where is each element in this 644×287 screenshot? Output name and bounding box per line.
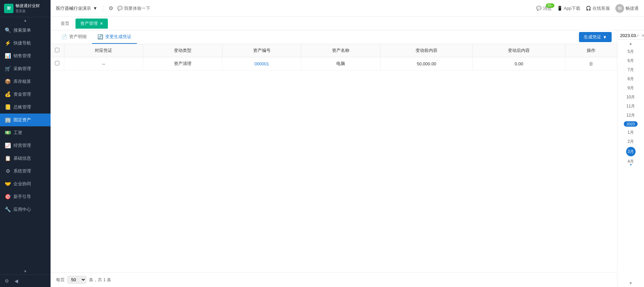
date-month-item[interactable]: 10月 — [617, 93, 644, 102]
sidebar: 财 畅捷通好业财 普及版 ▲ 🔍搜索菜单⚡快捷导航📊销售管理🛒采购管理📦库存核算… — [0, 0, 51, 287]
enterprise-icon: 🤝 — [5, 181, 11, 187]
td-before-change: 50,000.00 — [380, 57, 473, 70]
sidebar-item-label-ledger: 总账管理 — [13, 104, 31, 110]
topbar-settings-icon[interactable]: ⚙ — [109, 5, 113, 11]
sidebar-item-business[interactable]: 📈经营管理 — [0, 139, 51, 152]
sidebar-item-app-center[interactable]: 🔧应用中心 — [0, 203, 51, 216]
main-content: 医疗器械行业演示 ▼ ⚙ 💬 我要体验一下 💬 消息 99+ 📱 App下载 🎧… — [51, 0, 644, 287]
purchase-icon: 🛒 — [5, 66, 11, 72]
basic-info-icon: 📋 — [5, 155, 11, 161]
company-selector[interactable]: 医疗器械行业演示 ▼ — [56, 5, 97, 11]
subtab-asset-detail[interactable]: 📄 资产明细 — [56, 30, 92, 44]
date-scroll: 5月6月7月8月9月10月11月12月20231月2月3月4月 — [617, 47, 644, 280]
sidebar-item-enterprise[interactable]: 🤝企业协同 — [0, 178, 51, 190]
sidebar-item-label-payroll: 工资 — [13, 130, 22, 136]
td-checkbox — [51, 57, 64, 70]
content-panel: 📄 资产明细 🔄 变更生成凭证 生成凭证 ▼ — [51, 30, 617, 287]
td-asset-code: 000001 — [222, 57, 301, 70]
date-month-item[interactable]: 2月 — [617, 137, 644, 146]
guide-icon: 🎯 — [5, 194, 11, 200]
subtab-change-voucher[interactable]: 🔄 变更生成凭证 — [92, 30, 137, 44]
tab-home-label: 首页 — [61, 21, 69, 26]
th-asset-name: 资产名称 — [301, 44, 380, 57]
date-month-item[interactable]: 9月 — [617, 84, 644, 93]
table-header-row: 对应凭证 变动类型 资产编号 资产名称 变动前内容 变动后内容 操作 — [51, 44, 617, 57]
generate-voucher-label: 生成凭证 — [584, 34, 601, 40]
search-icon: 🔍 — [5, 27, 11, 33]
td-asset-name: 电脑 — [301, 57, 380, 70]
sidebar-item-sales[interactable]: 📊销售管理 — [0, 50, 51, 62]
sidebar-item-label-enterprise: 企业协同 — [13, 181, 31, 187]
sidebar-item-purchase[interactable]: 🛒采购管理 — [0, 62, 51, 75]
date-month-item[interactable]: 4月 — [617, 157, 644, 166]
date-month-item[interactable]: 1月 — [617, 128, 644, 137]
select-all-checkbox[interactable] — [55, 48, 59, 52]
quick-nav-icon: ⚡ — [5, 40, 11, 46]
sidebar-item-label-funds: 资金管理 — [13, 91, 31, 97]
sidebar-item-label-app-center: 应用中心 — [13, 206, 31, 213]
sidebar-scroll-down[interactable]: ▼ — [0, 268, 51, 275]
date-month-item[interactable]: 8月 — [617, 74, 644, 84]
user-menu[interactable]: 畅 畅捷通 — [615, 4, 639, 13]
sidebar-item-label-system: 系统管理 — [13, 168, 31, 174]
dropdown-icon: ▼ — [93, 6, 97, 11]
logo-sub: 普及版 — [16, 9, 40, 13]
generate-voucher-button[interactable]: 生成凭证 ▼ — [579, 32, 612, 42]
date-month-item[interactable]: 7月 — [617, 65, 644, 74]
sidebar-item-ledger[interactable]: 📒总账管理 — [0, 101, 51, 114]
subtab-asset-detail-icon: 📄 — [61, 34, 67, 39]
customer-service-button[interactable]: 🎧 在线客服 — [586, 5, 610, 11]
collapse-icon[interactable]: ◀ — [14, 278, 18, 284]
data-table: 对应凭证 变动类型 资产编号 资产名称 变动前内容 变动后内容 操作 -- 资产… — [51, 44, 617, 70]
date-month-item[interactable]: 5月 — [617, 47, 644, 56]
date-panel-expand-icon[interactable]: ⤢ — [636, 33, 639, 38]
sidebar-item-basic-info[interactable]: 📋基础信息 — [0, 152, 51, 165]
sidebar-item-inventory[interactable]: 📦库存核算 — [0, 75, 51, 88]
tab-asset-management[interactable]: 资产管理 ✕ — [75, 19, 108, 29]
app-center-icon: 🔧 — [5, 206, 11, 213]
topbar: 医疗器械行业演示 ▼ ⚙ 💬 我要体验一下 💬 消息 99+ 📱 App下载 🎧… — [51, 0, 644, 17]
message-button[interactable]: 💬 消息 99+ — [536, 5, 552, 11]
date-month-item[interactable]: 3月 — [626, 147, 636, 156]
table-container: 对应凭证 变动类型 资产编号 资产名称 变动前内容 变动后内容 操作 -- 资产… — [51, 44, 617, 272]
sidebar-item-funds[interactable]: 💰资金管理 — [0, 88, 51, 101]
sidebar-scroll: 🔍搜索菜单⚡快捷导航📊销售管理🛒采购管理📦库存核算💰资金管理📒总账管理🏢固定资产… — [0, 24, 51, 268]
topbar-feedback[interactable]: 💬 我要体验一下 — [117, 5, 150, 11]
tab-home[interactable]: 首页 — [56, 19, 74, 29]
sidebar-item-search[interactable]: 🔍搜索菜单 — [0, 24, 51, 37]
subtab-bar: 📄 资产明细 🔄 变更生成凭证 生成凭证 ▼ — [51, 30, 617, 44]
settings-icon[interactable]: ⚙ — [5, 278, 9, 284]
date-nav-up[interactable]: ▲ — [617, 40, 644, 47]
page-size-label: 每页 — [56, 277, 65, 283]
sidebar-item-quick-nav[interactable]: ⚡快捷导航 — [0, 37, 51, 50]
content-area: 📄 资产明细 🔄 变更生成凭证 生成凭证 ▼ — [51, 30, 644, 287]
tab-close-icon[interactable]: ✕ — [100, 21, 103, 26]
page-size-select[interactable]: 50 10 20 100 — [67, 276, 86, 284]
th-asset-code: 资产编号 — [222, 44, 301, 57]
tabbar: 首页 资产管理 ✕ — [51, 17, 644, 30]
th-voucher: 对应凭证 — [64, 44, 143, 57]
td-after-change: 0.00 — [473, 57, 565, 70]
inventory-icon: 📦 — [5, 78, 11, 85]
sidebar-item-payroll[interactable]: 💵工资 — [0, 126, 51, 139]
sidebar-item-label-inventory: 库存核算 — [13, 78, 31, 85]
delete-icon[interactable]: 🗑 — [589, 61, 593, 66]
date-panel-close-icon[interactable]: ✕ — [641, 33, 644, 38]
sidebar-scroll-up[interactable]: ▲ — [0, 17, 51, 24]
row-checkbox[interactable] — [55, 61, 59, 65]
sidebar-item-system[interactable]: ⚙系统管理 — [0, 165, 51, 178]
app-download-button[interactable]: 📱 App下载 — [557, 5, 580, 11]
subtab-asset-detail-label: 资产明细 — [69, 34, 87, 40]
sidebar-item-label-fixed-assets: 固定资产 — [13, 117, 31, 123]
sidebar-item-guide[interactable]: 🎯新手引导 — [0, 190, 51, 203]
date-month-item[interactable]: 6月 — [617, 56, 644, 65]
sidebar-item-fixed-assets[interactable]: 🏢固定资产 — [0, 114, 51, 126]
date-month-item[interactable]: 12月 — [617, 111, 644, 120]
avatar: 畅 — [615, 4, 624, 13]
date-nav-down[interactable]: ▼ — [617, 280, 644, 287]
date-month-item[interactable]: 11月 — [617, 102, 644, 111]
logo-icon: 财 — [4, 4, 13, 13]
ledger-icon: 📒 — [5, 104, 11, 110]
app-download-icon: 📱 — [557, 6, 562, 11]
tab-asset-management-label: 资产管理 — [80, 21, 98, 27]
